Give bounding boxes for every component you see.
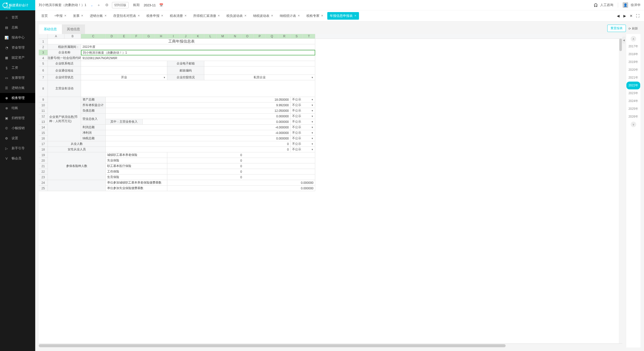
close-icon[interactable]: ✕: [218, 14, 220, 17]
row-header[interactable]: 24: [39, 180, 48, 186]
calendar-icon[interactable]: 📅: [159, 3, 163, 7]
unemp-base-value[interactable]: 0.000000: [167, 186, 315, 191]
switch-old-button[interactable]: 切到旧版: [112, 2, 129, 8]
nav-item-close-book[interactable]: ⊗结账: [0, 103, 35, 113]
column-header[interactable]: F: [130, 34, 143, 39]
column-header[interactable]: S: [291, 34, 303, 39]
total-rev-value[interactable]: 0.000000: [106, 114, 291, 119]
tab[interactable]: 年报信息申报表✕: [327, 12, 359, 20]
tab-close-all-icon[interactable]: ✕: [628, 13, 634, 19]
tab[interactable]: 所得税汇算清缴✕: [191, 12, 222, 20]
row-header[interactable]: 11: [39, 108, 48, 114]
disclose-dropdown[interactable]: 不公示: [291, 119, 315, 125]
reset-report-button[interactable]: 重置报表: [607, 25, 626, 32]
row-header[interactable]: 22: [39, 169, 48, 174]
fullscreen-icon[interactable]: ⛶: [635, 13, 640, 19]
tab[interactable]: 存货别名对照表✕: [111, 12, 142, 20]
headset-icon[interactable]: 🎧: [594, 3, 598, 7]
chevron-down-icon[interactable]: ⌄: [90, 3, 93, 7]
main-biz-value[interactable]: [81, 80, 315, 97]
disclose-dropdown[interactable]: 不公示: [291, 147, 315, 152]
email-value[interactable]: [204, 61, 315, 66]
avatar-icon[interactable]: 👤: [623, 2, 628, 8]
nav-item-fund[interactable]: ◔资金管理: [0, 43, 35, 53]
nav-item-stock[interactable]: ☰进销台账: [0, 83, 35, 93]
close-icon[interactable]: ✕: [244, 14, 247, 17]
year-item[interactable]: 2021年: [626, 74, 640, 82]
sheet-corner[interactable]: [39, 34, 48, 39]
column-header[interactable]: G: [143, 34, 155, 39]
ins-value[interactable]: 0: [167, 158, 315, 163]
nav-item-tax[interactable]: ⊕税务管理: [0, 93, 35, 103]
fin-value[interactable]: 9.992000: [106, 102, 291, 108]
tab[interactable]: ÷申报✕: [52, 12, 69, 20]
close-icon[interactable]: ✕: [104, 14, 107, 17]
tab[interactable]: 税负波动表✕: [224, 12, 249, 20]
plus-icon[interactable]: ＋: [96, 3, 102, 8]
fin-value[interactable]: -4.000000: [106, 125, 291, 130]
close-icon[interactable]: ✕: [64, 14, 66, 17]
row-header[interactable]: 20: [39, 158, 48, 163]
close-icon[interactable]: ✕: [138, 14, 140, 17]
tab[interactable]: 进销台账✕: [87, 12, 109, 20]
username[interactable]: 徐泽华: [631, 3, 640, 7]
year-next-icon[interactable]: ∨: [631, 122, 636, 127]
nav-item-ledger[interactable]: ▤总账: [0, 22, 35, 32]
nav-item-asset[interactable]: ▦固定资产: [0, 53, 35, 63]
column-header[interactable]: O: [241, 34, 254, 39]
row-header[interactable]: 25: [39, 186, 48, 191]
pension-base-value[interactable]: 0.000000: [167, 180, 315, 186]
row-header[interactable]: 8: [39, 80, 48, 97]
tab[interactable]: 税检专家✕: [304, 12, 326, 20]
address-value[interactable]: [81, 66, 167, 75]
row-header[interactable]: 12: [39, 114, 48, 119]
fin-value[interactable]: 12.050000: [106, 108, 291, 114]
row-header[interactable]: 16: [39, 136, 48, 141]
year-prev-icon[interactable]: ∧: [631, 36, 636, 42]
close-icon[interactable]: ✕: [298, 14, 300, 17]
fin-value[interactable]: 18.050000: [106, 97, 291, 102]
year-item[interactable]: 2025年: [626, 105, 640, 113]
year-item[interactable]: 2020年: [626, 66, 640, 74]
nav-item-invoice[interactable]: ▭发票管理: [0, 73, 35, 83]
column-header[interactable]: T: [303, 34, 315, 39]
row-header[interactable]: 7: [39, 75, 48, 80]
row-header[interactable]: 17: [39, 141, 48, 147]
period-value[interactable]: 2023-11: [144, 3, 156, 7]
ins-value[interactable]: 0: [167, 163, 315, 169]
year-item[interactable]: 2018年: [626, 50, 640, 58]
ins-value[interactable]: 0: [167, 152, 315, 158]
row-header[interactable]: 19: [39, 152, 48, 158]
ins-value[interactable]: 0: [167, 174, 315, 180]
disclose-dropdown[interactable]: 不公示: [291, 136, 315, 141]
year-item[interactable]: 2024年: [626, 97, 640, 105]
company-name-value[interactable]: 刘小艳演示账套（勿删勿动！）1: [81, 50, 315, 55]
disclose-dropdown[interactable]: 不公示: [291, 125, 315, 130]
status-dropdown[interactable]: 开业: [81, 75, 167, 80]
year-item[interactable]: 2023年: [626, 89, 640, 97]
row-header[interactable]: 3: [39, 50, 48, 55]
reg-code-value[interactable]: 91320811MA7NGR2W6R: [81, 55, 315, 61]
year-item[interactable]: 2019年: [626, 58, 640, 66]
disclose-dropdown[interactable]: 不公示: [291, 102, 315, 108]
close-icon[interactable]: ✕: [271, 14, 273, 17]
nav-item-settings[interactable]: ⚙设置: [0, 133, 35, 143]
gear-icon[interactable]: ⚙: [104, 3, 109, 7]
holding-dropdown[interactable]: 私营企业: [204, 75, 315, 80]
column-header[interactable]: P: [254, 34, 266, 39]
sub-tab[interactable]: 基础信息: [39, 24, 62, 34]
row-header[interactable]: 15: [39, 130, 48, 136]
column-header[interactable]: D: [106, 34, 118, 39]
row-header[interactable]: 18: [39, 147, 48, 152]
row-header[interactable]: 13: [39, 119, 48, 125]
nav-item-home[interactable]: ⌂首页: [0, 12, 35, 22]
nav-item-guide[interactable]: ▷新手引导: [0, 143, 35, 153]
employees-value[interactable]: 0: [106, 141, 291, 147]
tax-period-value[interactable]: 2022年度: [81, 44, 315, 50]
row-header[interactable]: 4: [39, 55, 48, 61]
column-header[interactable]: A: [48, 34, 64, 39]
disclose-dropdown[interactable]: 不公示: [291, 130, 315, 136]
nav-item-reimburse[interactable]: ©小畅报销: [0, 123, 35, 133]
row-header[interactable]: 23: [39, 174, 48, 180]
main-rev-value[interactable]: 0.000000: [143, 119, 291, 125]
